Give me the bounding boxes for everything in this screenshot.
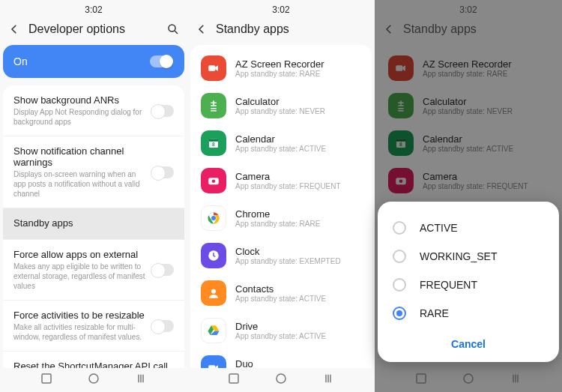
- back-icon[interactable]: [7, 22, 21, 36]
- contact-icon: [201, 280, 226, 306]
- app-row[interactable]: ChromeApp standby state: RARE: [190, 199, 372, 237]
- svg-rect-26: [398, 108, 404, 109]
- app-row: CameraApp standby state: FREQUENT: [378, 162, 559, 199]
- app-name: Camera: [235, 171, 341, 182]
- search-icon[interactable]: [166, 22, 180, 36]
- app-name: Calendar: [423, 133, 513, 145]
- app-state: App standby state: ACTIVE: [235, 145, 326, 153]
- svg-point-16: [211, 216, 216, 220]
- appbar: Standby apps: [187, 16, 375, 45]
- app-row[interactable]: CalculatorApp standby state: NEVER: [190, 87, 372, 124]
- appbar: Developer options: [0, 16, 187, 45]
- page-title: Developer options: [28, 22, 166, 36]
- radio-option-frequent[interactable]: FREQUENT: [378, 271, 559, 299]
- nav-home-icon[interactable]: [462, 372, 475, 388]
- radio-label: FREQUENT: [420, 279, 477, 291]
- app-name: Calculator: [235, 96, 325, 107]
- app-row[interactable]: 8CalendarApp standby state: ACTIVE: [190, 124, 372, 162]
- app-state: App standby state: ACTIVE: [235, 332, 326, 340]
- svg-point-0: [169, 25, 175, 31]
- svg-rect-20: [229, 374, 238, 383]
- app-row[interactable]: DriveApp standby state: ACTIVE: [190, 312, 372, 349]
- nav-recent-icon[interactable]: [40, 372, 53, 388]
- app-name: Clock: [235, 246, 341, 257]
- nav-home-icon[interactable]: [87, 372, 100, 388]
- setting-notification-channel-warnings[interactable]: Show notification channel warnings Displ…: [3, 136, 184, 208]
- svg-rect-22: [396, 65, 402, 71]
- toggle-off-icon[interactable]: [151, 264, 174, 276]
- screen-standby-apps: 3:02 Standby apps AZ Screen RecorderApp …: [187, 0, 375, 392]
- radio-option-rare[interactable]: RARE: [378, 299, 559, 328]
- setting-title: Force allow apps on external: [13, 249, 145, 260]
- nav-back-icon[interactable]: [509, 372, 522, 388]
- back-icon[interactable]: [382, 22, 396, 36]
- screen-developer-options: 3:02 Developer options On Show backgroun…: [0, 0, 187, 392]
- app-list[interactable]: AZ Screen RecorderApp standby state: RAR…: [190, 45, 372, 368]
- svg-text:8: 8: [399, 142, 402, 147]
- setting-force-allow-external[interactable]: Force allow apps on external Makes any a…: [3, 240, 184, 301]
- svg-rect-25: [398, 103, 404, 104]
- nav-home-icon[interactable]: [274, 372, 288, 388]
- app-row[interactable]: AZ Screen RecorderApp standby state: RAR…: [190, 49, 372, 87]
- calendar-icon: 8: [388, 130, 414, 156]
- setting-title: Force activities to be resizable: [13, 310, 145, 321]
- nav-recent-icon[interactable]: [227, 372, 241, 388]
- app-name: Duo: [235, 358, 326, 368]
- setting-subtitle: Make all activities resizable for multi-…: [13, 322, 145, 342]
- setting-show-background-anrs[interactable]: Show background ANRs Display App Not Res…: [3, 85, 184, 136]
- svg-rect-1: [42, 374, 51, 383]
- app-row[interactable]: ContactsApp standby state: ACTIVE: [190, 274, 372, 312]
- toggle-off-icon[interactable]: [151, 320, 174, 332]
- setting-title: Standby apps: [13, 217, 174, 229]
- app-row[interactable]: ClockApp standby state: EXEMPTED: [190, 237, 372, 274]
- setting-standby-apps[interactable]: Standby apps: [3, 208, 184, 240]
- setting-reset-shortcut[interactable]: Reset the ShortcutManager API call limit…: [3, 352, 184, 368]
- app-state: App standby state: FREQUENT: [235, 182, 341, 190]
- nav-bar: [0, 368, 187, 392]
- master-toggle-row[interactable]: On: [3, 45, 184, 78]
- calendar-icon: 8: [201, 130, 226, 156]
- on-label: On: [13, 55, 28, 67]
- content: AZ Screen RecorderApp standby state: RAR…: [187, 45, 375, 368]
- nav-back-icon[interactable]: [134, 372, 148, 388]
- standby-state-dialog: ACTIVEWORKING_SETFREQUENTRARE Cancel: [378, 202, 559, 362]
- setting-subtitle: Makes any app eligible to be written to …: [13, 262, 145, 291]
- app-name: Drive: [235, 321, 326, 332]
- nav-recent-icon[interactable]: [414, 372, 428, 388]
- app-state: App standby state: FREQUENT: [423, 182, 528, 190]
- setting-force-resizable[interactable]: Force activities to be resizable Make al…: [3, 301, 184, 352]
- setting-subtitle: Displays on-screen warning when an app p…: [13, 169, 145, 199]
- app-state: App standby state: EXEMPTED: [235, 257, 341, 265]
- app-name: AZ Screen Recorder: [423, 58, 512, 70]
- chrome-icon: [201, 205, 226, 231]
- toggle-on-icon[interactable]: [150, 55, 172, 67]
- app-name: AZ Screen Recorder: [235, 58, 324, 70]
- radio-icon: [393, 221, 406, 235]
- toggle-off-icon[interactable]: [151, 105, 174, 117]
- content: On Show background ANRs Display App Not …: [0, 45, 187, 368]
- clock-icon: [201, 243, 226, 268]
- video-icon: [201, 55, 226, 81]
- toggle-off-icon[interactable]: [151, 166, 174, 178]
- app-row[interactable]: DuoApp standby state: ACTIVE: [190, 349, 372, 368]
- camera-icon: [388, 168, 414, 193]
- svg-text:8: 8: [212, 142, 215, 147]
- svg-rect-33: [417, 374, 426, 383]
- nav-back-icon[interactable]: [321, 372, 335, 388]
- app-name: Calculator: [423, 96, 513, 107]
- calc-icon: [201, 93, 226, 118]
- appbar: Standby apps: [375, 16, 562, 45]
- back-icon[interactable]: [195, 22, 208, 36]
- radio-option-active[interactable]: ACTIVE: [378, 214, 559, 242]
- app-state: App standby state: NEVER: [235, 107, 325, 115]
- nav-bar: [187, 368, 375, 392]
- radio-icon: [393, 250, 406, 263]
- app-state: App standby state: RARE: [235, 70, 324, 78]
- app-row[interactable]: CameraApp standby state: FREQUENT: [190, 162, 372, 199]
- app-name: Contacts: [235, 283, 326, 295]
- radio-option-working_set[interactable]: WORKING_SET: [378, 242, 559, 271]
- svg-rect-27: [398, 110, 404, 112]
- svg-point-21: [277, 374, 285, 383]
- svg-rect-7: [211, 108, 217, 109]
- cancel-button[interactable]: Cancel: [378, 328, 559, 358]
